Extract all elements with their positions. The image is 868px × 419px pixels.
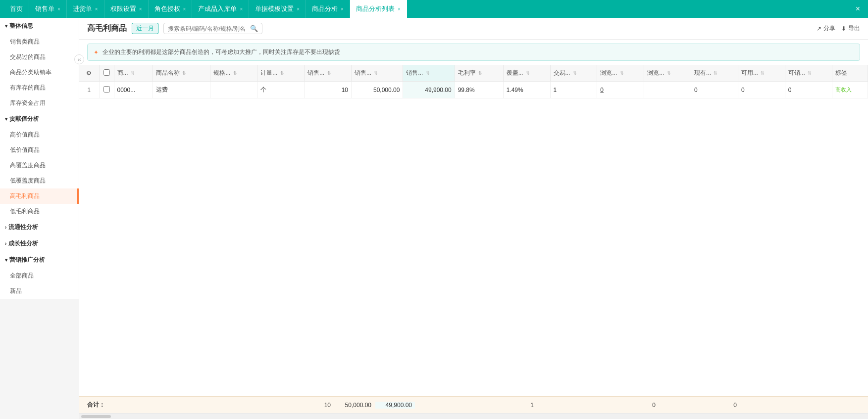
- sidebar-item-high-coverage[interactable]: 高覆盖度商品: [0, 158, 79, 173]
- row-views1[interactable]: 0: [597, 82, 644, 98]
- sidebar-group-growth[interactable]: › 成长性分析: [0, 235, 79, 252]
- arrow-growth: ›: [5, 241, 6, 246]
- row-stock: 0: [691, 82, 738, 98]
- info-icon: ✦: [94, 49, 99, 56]
- sort-icon-transactions[interactable]: ⇅: [573, 71, 577, 76]
- close-permission[interactable]: ×: [139, 6, 142, 12]
- sidebar-item-stock-capital[interactable]: 库存资金占用: [0, 95, 79, 111]
- sidebar-group-contribution[interactable]: ▾ 贡献值分析: [0, 111, 79, 127]
- nav-purchase-order[interactable]: 进货单 ×: [67, 0, 104, 18]
- col-stock: 现有... ⇅: [691, 65, 738, 82]
- footer-sales-amt2: 49,900.00: [375, 402, 415, 409]
- share-button[interactable]: ↗ 分享: [817, 24, 835, 33]
- footer-sales-qty: 10: [294, 402, 334, 409]
- sort-icon-spec[interactable]: ⇅: [233, 71, 237, 76]
- arrow-contribution: ▾: [5, 116, 7, 122]
- content-area: 高毛利商品 近一月 🔍 ↗ 分享 ⬇ 导出 ✦ 企业的主要的利润都是这部分商品创…: [79, 18, 868, 419]
- row-sales-qty: 10: [305, 82, 352, 98]
- col-name: 商品名称 ⇅: [153, 65, 210, 82]
- arrow-marketing: ▾: [5, 257, 7, 263]
- col-sales-amt1: 销售... ⇅: [352, 65, 403, 82]
- row-available: 0: [738, 82, 785, 98]
- sort-icon-available[interactable]: ⇅: [761, 71, 765, 76]
- page-title: 高毛利商品: [87, 23, 127, 34]
- col-spec: 规格... ⇅: [210, 65, 257, 82]
- nav-finished-goods[interactable]: 产成品入库单 ×: [192, 0, 249, 18]
- select-all-checkbox[interactable]: [103, 69, 110, 76]
- sidebar-item-traded-goods[interactable]: 交易过的商品: [0, 49, 79, 65]
- row-sales-amt1: 50,000.00: [352, 82, 403, 98]
- sidebar-item-low-value[interactable]: 低价值商品: [0, 142, 79, 158]
- sidebar-item-high-margin[interactable]: 高毛利商品: [0, 188, 79, 204]
- row-views2: [644, 82, 691, 98]
- close-all-tabs[interactable]: ×: [852, 4, 864, 13]
- sidebar-item-all-goods[interactable]: 全部商品: [0, 268, 79, 283]
- row-select-checkbox[interactable]: [103, 86, 110, 93]
- sort-icon-sales-amt2[interactable]: ⇅: [426, 71, 430, 76]
- close-sales-order[interactable]: ×: [57, 6, 60, 12]
- row-checkbox[interactable]: [99, 82, 114, 98]
- search-input[interactable]: [168, 25, 247, 32]
- sidebar-item-in-stock[interactable]: 有库存的商品: [0, 80, 79, 95]
- sidebar-group-liquidity[interactable]: › 流通性分析: [0, 219, 79, 235]
- row-saleable: 0: [785, 82, 832, 98]
- sidebar-item-low-margin[interactable]: 低毛利商品: [0, 204, 79, 219]
- nav-template-settings[interactable]: 单据模板设置 ×: [249, 0, 306, 18]
- export-button[interactable]: ⬇ 导出: [841, 24, 860, 33]
- row-spec: [210, 82, 257, 98]
- close-goods-analysis[interactable]: ×: [341, 6, 344, 12]
- sort-icon-views1[interactable]: ⇅: [620, 71, 624, 76]
- close-template[interactable]: ×: [297, 6, 300, 12]
- sort-icon-unit[interactable]: ⇅: [280, 71, 284, 76]
- nav-permission-settings[interactable]: 权限设置 ×: [104, 0, 149, 18]
- sort-icon-coverage[interactable]: ⇅: [526, 71, 530, 76]
- col-views2: 浏览... ⇅: [644, 65, 691, 82]
- nav-sales-order[interactable]: 销售单 ×: [29, 0, 67, 18]
- close-finished-goods[interactable]: ×: [240, 6, 243, 12]
- row-transactions: 1: [550, 82, 597, 98]
- sort-icon-name[interactable]: ⇅: [182, 71, 186, 76]
- sort-icon-code[interactable]: ⇅: [131, 71, 135, 76]
- col-saleable: 可销... ⇅: [785, 65, 832, 82]
- content-header: 高毛利商品 近一月 🔍 ↗ 分享 ⬇ 导出: [79, 18, 868, 40]
- close-role-auth[interactable]: ×: [183, 6, 186, 12]
- sidebar-item-high-value[interactable]: 高价值商品: [0, 127, 79, 142]
- sidebar-group-marketing[interactable]: ▾ 营销推广分析: [0, 252, 79, 268]
- sort-icon-sales-amt1[interactable]: ⇅: [374, 71, 378, 76]
- nav-goods-analysis[interactable]: 商品分析 ×: [306, 0, 350, 18]
- sidebar-group-overall[interactable]: ▾ 整体信息: [0, 18, 79, 34]
- sidebar-item-category-rate[interactable]: 商品分类助销率: [0, 65, 79, 80]
- period-button[interactable]: 近一月: [132, 23, 158, 34]
- col-code: 商... ⇅: [114, 65, 153, 82]
- sort-icon-sales-qty[interactable]: ⇅: [327, 71, 331, 76]
- main-layout: ▾ 整体信息 销售类商品 交易过的商品 商品分类助销率 有库存的商品 库存资金占…: [0, 18, 868, 419]
- sidebar-item-new-goods[interactable]: 新品: [0, 283, 79, 299]
- info-bar: ✦ 企业的主要的利润都是这部分商品创造的，可考虑加大推广，同时关注库存是不要出现…: [87, 44, 860, 61]
- horizontal-scrollbar[interactable]: [79, 413, 868, 419]
- col-coverage: 覆盖... ⇅: [503, 65, 550, 82]
- sort-icon-saleable[interactable]: ⇅: [808, 71, 812, 76]
- row-name: 运费: [153, 82, 210, 98]
- col-gross-rate: 毛利率 ⇅: [455, 65, 503, 82]
- col-settings[interactable]: ⚙: [79, 65, 99, 82]
- sort-icon-gross-rate[interactable]: ⇅: [478, 71, 482, 76]
- col-checkbox[interactable]: [99, 65, 114, 82]
- close-purchase-order[interactable]: ×: [95, 6, 98, 12]
- sidebar-item-low-coverage[interactable]: 低覆盖度商品: [0, 173, 79, 188]
- row-gross-rate: 99.8%: [455, 82, 503, 98]
- scrollbar-thumb[interactable]: [81, 415, 111, 418]
- sort-icon-views2[interactable]: ⇅: [667, 71, 671, 76]
- sidebar-item-sales-goods[interactable]: 销售类商品: [0, 34, 79, 49]
- sidebar-collapse-btn[interactable]: ‹‹: [74, 54, 84, 64]
- col-views1: 浏览... ⇅: [597, 65, 644, 82]
- close-goods-analysis-list[interactable]: ×: [398, 6, 401, 12]
- nav-home[interactable]: 首页: [4, 0, 29, 18]
- table-header-row: ⚙ 商... ⇅ 商品名称 ⇅ 规格...: [79, 65, 868, 82]
- row-unit: 个: [257, 82, 305, 98]
- sort-icon-stock[interactable]: ⇅: [714, 71, 717, 76]
- table-footer: 合计： 10 50,000.00 49,900.00 1 0 0: [79, 396, 868, 413]
- search-wrapper: 🔍: [163, 23, 262, 34]
- nav-role-auth[interactable]: 角色授权 ×: [149, 0, 193, 18]
- nav-goods-analysis-list[interactable]: 商品分析列表 ×: [350, 0, 407, 18]
- col-transactions: 交易... ⇅: [550, 65, 597, 82]
